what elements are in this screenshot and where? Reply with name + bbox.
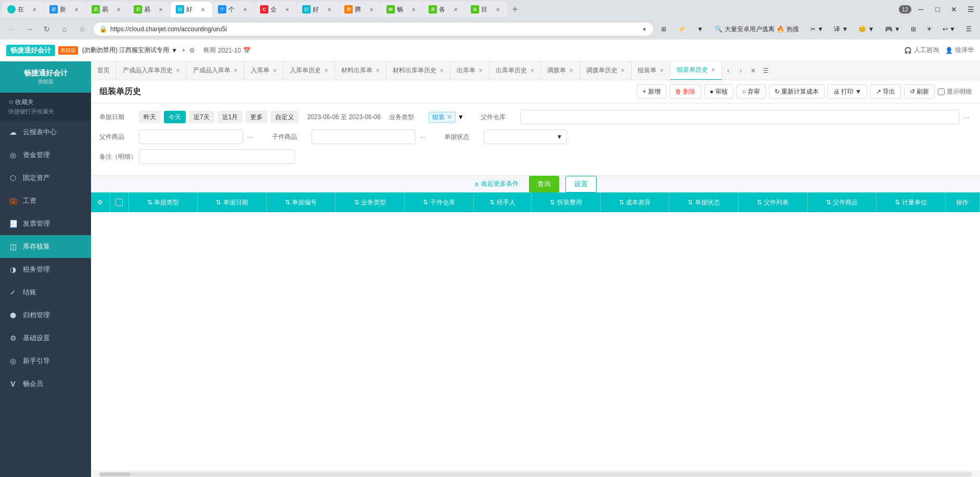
browser-tab-4[interactable]: 易 易 ✕ [128, 2, 170, 17]
tab-close-11[interactable]: ✕ [452, 5, 460, 14]
tab-close-pack-history[interactable]: ✕ [711, 67, 715, 73]
th-handler[interactable]: ⇅ 经手人 [473, 192, 531, 212]
sidebar-item-inventory[interactable]: ◫ 库存核算 [0, 235, 91, 258]
address-dropdown-button[interactable]: ▼ [693, 22, 707, 36]
th-parent-goods[interactable]: ⇅ 父件商品 [807, 192, 876, 212]
th-child-warehouse[interactable]: ⇅ 子件仓库 [405, 192, 474, 212]
sidebar-item-report[interactable]: ☁ 云报表中心 [0, 121, 91, 144]
translate-button[interactable]: 译 ▼ [830, 22, 852, 36]
sidebar-item-tax[interactable]: ◑ 税务管理 [0, 258, 91, 281]
parent-goods-more-icon[interactable]: ··· [247, 133, 253, 141]
date-btn-today[interactable]: 今天 [164, 111, 186, 123]
page-tab-in[interactable]: 入库单 ✕ [244, 61, 283, 80]
home-button[interactable]: ⌂ [57, 22, 72, 36]
page-tab-out[interactable]: 出库单 ✕ [450, 61, 489, 80]
browser-tab-8[interactable]: 好 好 ✕ [297, 2, 339, 17]
parent-warehouse-more-icon[interactable]: ··· [963, 113, 970, 121]
support-btn[interactable]: 🎧 人工咨询 [904, 46, 939, 55]
user-info[interactable]: 👤 徐泽华 [945, 46, 974, 55]
forward-button[interactable]: → [22, 22, 36, 36]
tab-close-pack[interactable]: ✕ [660, 68, 664, 73]
biz-type-tag-close[interactable]: ✕ [447, 113, 452, 121]
emoji-button[interactable]: 😊 ▼ [854, 22, 878, 36]
th-disassemble-fee[interactable]: ⇅ 拆装费用 [532, 192, 601, 212]
maximize-button[interactable]: □ [930, 2, 945, 17]
date-btn-1month[interactable]: 近1月 [217, 111, 243, 123]
tab-close-12[interactable]: ✕ [494, 5, 502, 14]
collapse-row[interactable]: ∧ 收起更多条件 查询 设置 [91, 176, 980, 192]
tab-close-7[interactable]: ✕ [283, 5, 291, 14]
page-tab-assemble[interactable]: 调拨单 ✕ [541, 61, 580, 80]
delete-button[interactable]: 🗑 删除 [669, 84, 701, 99]
browser-menu-button[interactable]: ☰ [962, 22, 976, 36]
child-goods-more-icon[interactable]: ··· [420, 133, 426, 141]
tab-close-produce-in-history[interactable]: ✕ [176, 68, 180, 73]
add-company-btn[interactable]: + [182, 47, 185, 54]
sidebar-item-fund[interactable]: ◎ 资金管理 [0, 144, 91, 166]
page-tab-material-out[interactable]: 材料出库单 ✕ [335, 61, 386, 80]
undo-button[interactable]: ↩ ▼ [938, 22, 960, 36]
browser-tab-5[interactable]: 好 好 ✕ [171, 2, 212, 17]
sidebar-item-archive[interactable]: ⬢ 归档管理 [0, 304, 91, 327]
th-type[interactable]: ⇅ 单据类型 [128, 192, 198, 212]
sidebar-item-member[interactable]: V 畅会员 [0, 372, 91, 395]
page-tab-produce-in-history[interactable]: 产成品入库单历史 ✕ [117, 61, 187, 80]
sidebar-item-invoice[interactable]: 🧾 发票管理 [0, 212, 91, 235]
star-button[interactable]: ☆ [75, 22, 89, 36]
page-tab-produce-in[interactable]: 产成品入库单 ✕ [187, 61, 244, 80]
th-date[interactable]: ⇅ 单据日期 [198, 192, 267, 212]
th-gear[interactable]: ⚙ [91, 192, 110, 212]
remarks-input[interactable] [139, 149, 295, 164]
page-tab-home[interactable]: 首页 [91, 61, 117, 80]
tab-close-all[interactable]: ✕ [747, 61, 759, 80]
tab-close-4[interactable]: ✕ [157, 5, 165, 14]
qr-code-button[interactable]: ⊞ [657, 22, 670, 36]
tab-close-6[interactable]: ✕ [241, 5, 249, 14]
th-checkbox[interactable] [110, 192, 128, 212]
page-tab-material-out-history[interactable]: 材料出库单历史 ✕ [386, 61, 450, 80]
tab-close-produce-in[interactable]: ✕ [234, 68, 238, 73]
tab-close-10[interactable]: ✕ [409, 5, 418, 14]
tab-close-assemble-history[interactable]: ✕ [621, 68, 625, 73]
tab-close-assemble[interactable]: ✕ [569, 68, 573, 73]
browser-tab-9[interactable]: 腾 腾 ✕ [339, 2, 381, 17]
show-detail-checkbox[interactable] [938, 88, 945, 95]
bottom-scrollbar[interactable] [91, 471, 980, 477]
page-tab-pack-history[interactable]: 组装单历史 ✕ [670, 61, 722, 80]
sidebar-item-settings[interactable]: ⚙ 基础设置 [0, 327, 91, 350]
tab-close-1[interactable]: ✕ [30, 5, 38, 14]
th-bill-status[interactable]: ⇅ 单据状态 [669, 192, 739, 212]
browser-tab-7[interactable]: C 企 ✕ [255, 2, 296, 17]
date-btn-yesterday[interactable]: 昨天 [139, 111, 161, 123]
sun-button[interactable]: ☀ [922, 22, 936, 36]
tab-close-out-history[interactable]: ✕ [530, 68, 534, 73]
url-bar[interactable]: 🔒 https://cloud.chanjet.com/accounting/u… [93, 22, 654, 36]
tab-close-3[interactable]: ✕ [114, 5, 123, 14]
browser-tab-1[interactable]: 在 ✕ [2, 2, 44, 17]
url-dropdown-icon[interactable]: ▼ [642, 27, 647, 32]
browser-tab-3[interactable]: 易 易 ✕ [86, 2, 128, 17]
tab-more[interactable]: ☰ [759, 61, 772, 80]
browser-tab-10[interactable]: M 畅 ✕ [381, 2, 423, 17]
select-all-checkbox[interactable] [115, 199, 123, 206]
page-tab-out-history[interactable]: 出库单历史 ✕ [489, 61, 541, 80]
browser-tab-11[interactable]: 各 各 ✕ [423, 2, 465, 17]
menu-button[interactable]: ☰ [963, 2, 978, 17]
parent-warehouse-input[interactable] [520, 110, 960, 124]
tab-close-5[interactable]: ✕ [199, 5, 207, 14]
extensions-button[interactable]: ⚡ [674, 22, 690, 36]
sidebar-favorite[interactable]: ✩ 收藏夹 快捷键打开收藏夹 [0, 93, 91, 121]
bill-status-select[interactable]: ▼ [484, 130, 567, 144]
minimize-button[interactable]: ─ [913, 2, 928, 17]
approve-button[interactable]: ● 审核 [704, 84, 733, 99]
cut-button[interactable]: ✂ ▼ [806, 22, 828, 36]
sidebar-item-settle[interactable]: ✓ 结账 [0, 281, 91, 304]
refresh-button[interactable]: ↺ 刷新 [904, 84, 935, 99]
unapprove-button[interactable]: ○ 弃审 [737, 84, 766, 99]
date-btn-more[interactable]: 更多 [246, 111, 267, 123]
date-btn-7days[interactable]: 近7天 [189, 111, 214, 123]
recalculate-button[interactable]: ↻ 重新计算成本 [769, 84, 824, 99]
th-unit[interactable]: ⇅ 计量单位 [876, 192, 946, 212]
biz-type-dropdown-icon[interactable]: ▼ [458, 113, 464, 121]
browser-tab-2[interactable]: 新 新 ✕ [44, 2, 86, 17]
